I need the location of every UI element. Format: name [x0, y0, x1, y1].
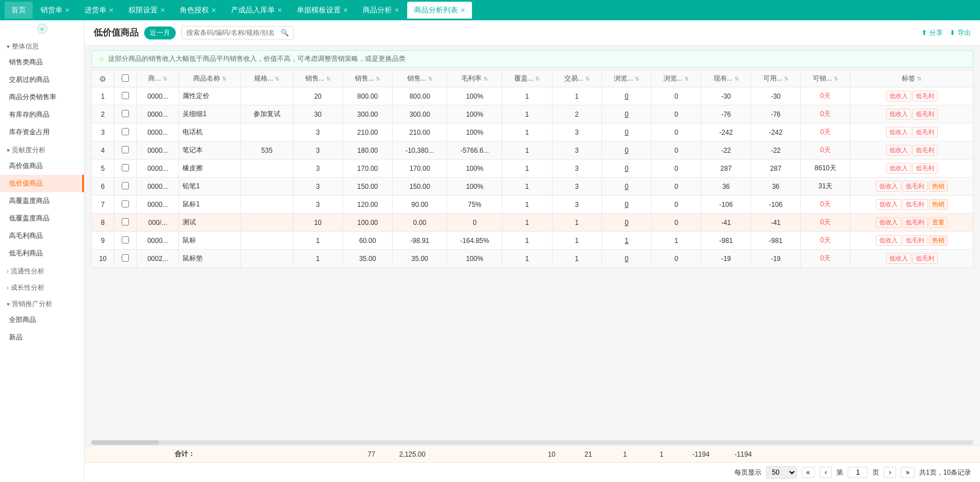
col-browse2[interactable]: 浏览...⇅	[652, 70, 701, 87]
browse1-link[interactable]: 0	[625, 219, 629, 227]
browse1-link[interactable]: 0	[625, 165, 629, 173]
col-trade[interactable]: 交易...⇅	[552, 70, 602, 87]
sidebar-item-inventory-capital[interactable]: 库存资金占用	[0, 123, 84, 141]
row-browse1[interactable]: 0	[602, 123, 651, 141]
nav-close-product-analysis-list[interactable]: ✕	[460, 7, 465, 14]
col-browse1[interactable]: 浏览...⇅	[602, 70, 651, 87]
row-browse1[interactable]: 0	[602, 141, 651, 160]
sort-trade[interactable]: ⇅	[585, 76, 590, 82]
sidebar-group-growth[interactable]: › 成长性分析	[0, 278, 84, 295]
row-checkbox[interactable]	[122, 128, 129, 135]
row-check[interactable]	[114, 178, 137, 196]
next-page-btn[interactable]: ›	[884, 467, 896, 478]
nav-sales[interactable]: 销货单 ✕	[34, 2, 77, 19]
col-name[interactable]: 商品名称⇅	[179, 70, 241, 87]
sidebar-item-high-coverage[interactable]: 高覆盖度商品	[0, 192, 84, 210]
row-browse1[interactable]: 0	[602, 160, 651, 178]
export-button[interactable]: ⬇ 导出	[950, 28, 971, 38]
nav-template[interactable]: 单据模板设置 ✕	[290, 2, 355, 19]
sort-browse2[interactable]: ⇅	[684, 76, 689, 82]
row-checkbox[interactable]	[122, 200, 129, 207]
row-check[interactable]	[114, 196, 137, 214]
sidebar-item-traded-products[interactable]: 交易过的商品	[0, 71, 84, 89]
browse1-link[interactable]: 0	[625, 110, 629, 118]
sidebar-item-low-margin[interactable]: 低毛利商品	[0, 245, 84, 262]
row-check[interactable]	[114, 232, 137, 250]
row-browse1[interactable]: 0	[602, 105, 651, 123]
nav-product-analysis[interactable]: 商品分析 ✕	[356, 2, 406, 19]
period-button[interactable]: 近一月	[144, 26, 176, 39]
page-number-input[interactable]	[848, 467, 868, 478]
row-check[interactable]	[114, 87, 137, 105]
nav-product-analysis-list[interactable]: 商品分析列表 ✕	[407, 2, 472, 19]
search-icon[interactable]: 🔍	[280, 29, 289, 37]
col-code[interactable]: 商...⇅	[136, 70, 179, 87]
nav-permissions[interactable]: 权限设置 ✕	[122, 2, 172, 19]
row-browse1[interactable]: 0	[602, 250, 651, 268]
per-page-select[interactable]: 50 100 200	[766, 466, 797, 479]
select-all-checkbox[interactable]	[122, 74, 129, 82]
sidebar-group-marketing[interactable]: ▾ 营销推广分析	[0, 295, 84, 311]
row-check[interactable]	[114, 250, 137, 268]
sidebar-item-new-products[interactable]: 新品	[0, 329, 84, 346]
col-amount[interactable]: 销售...⇅	[393, 70, 447, 87]
col-current[interactable]: 现有...⇅	[701, 70, 751, 87]
browse1-link[interactable]: 0	[625, 255, 629, 263]
col-check[interactable]	[114, 70, 137, 87]
share-button[interactable]: ⬆ 分享	[921, 28, 943, 38]
sidebar-item-sales-products[interactable]: 销售类商品	[0, 54, 84, 71]
browse1-link[interactable]: 0	[625, 129, 629, 136]
sidebar-item-low-value[interactable]: 低价值商品	[0, 175, 84, 192]
col-available[interactable]: 可用...⇅	[751, 70, 800, 87]
sidebar-item-all-products[interactable]: 全部商品	[0, 311, 84, 329]
nav-home[interactable]: 首页	[5, 2, 33, 19]
sort-qty[interactable]: ⇅	[326, 76, 331, 82]
col-saleable[interactable]: 可销...⇅	[801, 70, 850, 87]
row-check[interactable]	[114, 123, 137, 141]
last-page-btn[interactable]: »	[901, 467, 915, 478]
row-checkbox[interactable]	[122, 182, 129, 189]
sort-price[interactable]: ⇅	[376, 76, 380, 82]
row-check[interactable]	[114, 214, 137, 232]
sort-current[interactable]: ⇅	[734, 76, 739, 82]
first-page-btn[interactable]: «	[801, 467, 816, 478]
row-checkbox[interactable]	[122, 146, 129, 153]
nav-product-storage[interactable]: 产成品入库单 ✕	[224, 2, 289, 19]
col-qty[interactable]: 销售...⇅	[293, 70, 342, 87]
sort-tags[interactable]: ⇅	[917, 76, 921, 82]
row-checkbox[interactable]	[122, 218, 129, 225]
sort-amount[interactable]: ⇅	[428, 76, 433, 82]
row-checkbox[interactable]	[122, 236, 129, 244]
col-tags[interactable]: 标签⇅	[850, 70, 973, 87]
col-gear[interactable]: ⚙	[92, 70, 114, 87]
nav-close-product-storage[interactable]: ✕	[277, 7, 282, 14]
col-margin[interactable]: 毛利率⇅	[447, 70, 502, 87]
col-coverage[interactable]: 覆盖...⇅	[502, 70, 552, 87]
sidebar-group-overall[interactable]: ▾ 整体信息	[0, 37, 84, 54]
sidebar-item-high-value[interactable]: 高价值商品	[0, 157, 84, 175]
sidebar-group-contribution[interactable]: ▾ 贡献度分析	[0, 141, 84, 157]
row-browse1[interactable]: 0	[602, 196, 651, 214]
sort-browse1[interactable]: ⇅	[635, 76, 639, 82]
col-spec[interactable]: 规格...⇅	[240, 70, 293, 87]
sort-name[interactable]: ⇅	[222, 76, 226, 82]
row-checkbox[interactable]	[122, 110, 129, 117]
sort-margin[interactable]: ⇅	[483, 76, 488, 82]
search-input[interactable]	[186, 29, 277, 37]
row-check[interactable]	[114, 160, 137, 178]
row-check[interactable]	[114, 105, 137, 123]
nav-close-product-analysis[interactable]: ✕	[394, 7, 399, 14]
sort-available[interactable]: ⇅	[784, 76, 789, 82]
row-checkbox[interactable]	[122, 254, 129, 262]
browse1-link[interactable]: 0	[625, 147, 629, 154]
sidebar-group-liquidity[interactable]: › 流通性分析	[0, 262, 84, 278]
sidebar-collapse-btn[interactable]: «	[37, 24, 47, 34]
sidebar-item-category-sales-rate[interactable]: 商品分类销售率	[0, 89, 84, 106]
row-checkbox[interactable]	[122, 92, 129, 99]
row-browse1[interactable]: 0	[602, 178, 651, 196]
sort-code[interactable]: ⇅	[163, 76, 167, 82]
sort-saleable[interactable]: ⇅	[834, 76, 838, 82]
row-check[interactable]	[114, 141, 137, 160]
sidebar-item-inventory-products[interactable]: 有库存的商品	[0, 106, 84, 123]
sidebar-item-high-margin[interactable]: 高毛利商品	[0, 227, 84, 245]
